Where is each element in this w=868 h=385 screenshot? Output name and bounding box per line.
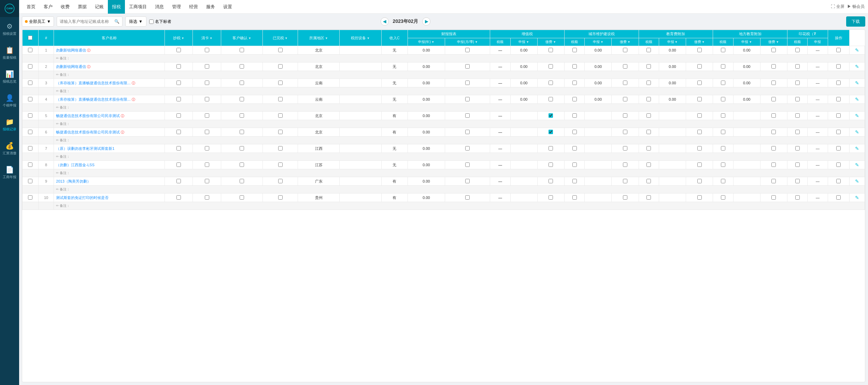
- jiaoyu-apply-checkbox[interactable]: [697, 130, 702, 134]
- edit-action-icon[interactable]: ✎: [855, 113, 859, 118]
- sidebar-item-baoshuishezhi[interactable]: ⚙ 报税设置: [0, 17, 19, 41]
- chengshi-apply-checkbox[interactable]: [623, 179, 627, 183]
- chaoshui-checkbox[interactable]: [176, 64, 181, 69]
- jiaoyu-pay-checkbox[interactable]: [721, 64, 725, 69]
- zengzhi-apply-checkbox[interactable]: [549, 179, 553, 183]
- zengzhi-apply-checkbox[interactable]: [549, 195, 553, 200]
- nav-home[interactable]: 首页: [23, 0, 40, 14]
- sidebar-item-geshuishenba[interactable]: 👤 个税申报: [0, 89, 19, 113]
- yinshua-apply-checkbox[interactable]: [836, 113, 841, 118]
- row-checkbox[interactable]: [28, 48, 32, 52]
- nav-shezhi[interactable]: 设置: [219, 0, 236, 14]
- chaoshui-checkbox[interactable]: [176, 130, 181, 134]
- qingka-checkbox[interactable]: [205, 113, 209, 118]
- zengzhi-pay-checkbox[interactable]: [572, 195, 577, 200]
- row-checkbox[interactable]: [28, 64, 32, 69]
- chaoshui-checkbox[interactable]: [176, 162, 181, 167]
- row-company-name[interactable]: （库存核算）直播畅捷通信息技术股份有限... ⓘ: [54, 95, 165, 104]
- edit-action-icon[interactable]: ✎: [855, 47, 859, 53]
- chengshi-apply-checkbox[interactable]: [623, 195, 627, 200]
- zengzhi-apply-checkbox[interactable]: [549, 97, 553, 101]
- zengzhi-pay-checkbox[interactable]: [572, 113, 577, 118]
- caibao-annual-checkbox[interactable]: [465, 162, 470, 167]
- confirm-checkbox[interactable]: [240, 146, 244, 151]
- row-company-name[interactable]: 畅捷通信息技术股份有限公司民非测试 ⓘ: [54, 128, 165, 137]
- select-all-checkbox[interactable]: [28, 35, 32, 40]
- member-btn[interactable]: ▶ 畅会员: [847, 4, 865, 10]
- jiaoyu-apply-checkbox[interactable]: [697, 64, 702, 69]
- row-checkbox[interactable]: [28, 81, 32, 85]
- zengzhi-apply-checkbox[interactable]: [549, 130, 553, 134]
- zengzhi-pay-checkbox[interactable]: [572, 97, 577, 101]
- filter-button[interactable]: 筛选 ▼: [125, 16, 146, 27]
- confirm-checkbox[interactable]: [240, 162, 244, 167]
- chaoshui-checkbox[interactable]: [176, 81, 181, 85]
- chengshi-pay-checkbox[interactable]: [646, 64, 651, 69]
- chengshi-apply-checkbox[interactable]: [623, 81, 627, 85]
- jiaoyu-pay-checkbox[interactable]: [721, 97, 725, 101]
- row-checkbox[interactable]: [28, 97, 32, 101]
- difang-pay-checkbox[interactable]: [795, 64, 800, 69]
- row-checkbox[interactable]: [28, 195, 32, 200]
- jiaoyu-apply-checkbox[interactable]: [697, 113, 702, 118]
- confirm-checkbox[interactable]: [240, 113, 244, 118]
- jiaoyu-pay-checkbox[interactable]: [721, 162, 725, 167]
- wanshui-checkbox[interactable]: [278, 64, 283, 69]
- chengshi-pay-checkbox[interactable]: [646, 146, 651, 151]
- yinshua-apply-checkbox[interactable]: [836, 130, 841, 134]
- confirm-checkbox[interactable]: [240, 97, 244, 101]
- qingka-checkbox[interactable]: [205, 97, 209, 101]
- nav-jingying[interactable]: 经营: [185, 0, 202, 14]
- chengshi-pay-checkbox[interactable]: [646, 195, 651, 200]
- chengshi-apply-checkbox[interactable]: [623, 48, 627, 52]
- chengshi-apply-checkbox[interactable]: [623, 113, 627, 118]
- edit-action-icon[interactable]: ✎: [855, 146, 859, 151]
- chengshi-pay-checkbox[interactable]: [646, 48, 651, 52]
- jiaoyu-apply-checkbox[interactable]: [697, 97, 702, 101]
- wanshui-checkbox[interactable]: [278, 130, 283, 134]
- pencil-icon[interactable]: ✏: [56, 204, 59, 208]
- row-checkbox[interactable]: [28, 113, 32, 118]
- edit-action-icon[interactable]: ✎: [855, 80, 859, 86]
- difang-pay-checkbox[interactable]: [795, 48, 800, 52]
- row-company-name[interactable]: （原）误删勿改李彬牙测试斯套新1: [54, 144, 165, 153]
- wanshui-checkbox[interactable]: [278, 179, 283, 183]
- yinshua-apply-checkbox[interactable]: [836, 81, 841, 85]
- caibao-annual-checkbox[interactable]: [465, 146, 470, 151]
- jiaoyu-pay-checkbox[interactable]: [721, 179, 725, 183]
- yinshua-apply-checkbox[interactable]: [836, 195, 841, 200]
- wanshui-checkbox[interactable]: [278, 162, 283, 167]
- row-company-name[interactable]: （库存核算）直播畅捷通信息技术股份有限... ⓘ: [54, 79, 165, 87]
- zengzhi-pay-checkbox[interactable]: [572, 162, 577, 167]
- nav-baoshui[interactable]: 报税: [108, 0, 125, 14]
- chaoshui-checkbox[interactable]: [176, 195, 181, 200]
- zengzhi-pay-checkbox[interactable]: [572, 146, 577, 151]
- zengzhi-apply-checkbox[interactable]: [549, 113, 553, 118]
- chengshi-pay-checkbox[interactable]: [646, 130, 651, 134]
- nav-gongshang[interactable]: 工商项目: [125, 0, 151, 14]
- pencil-icon[interactable]: ✏: [56, 122, 59, 126]
- chengshi-apply-checkbox[interactable]: [623, 162, 627, 167]
- jiaoyu-pay-checkbox[interactable]: [721, 195, 725, 200]
- pencil-icon[interactable]: ✏: [56, 187, 59, 191]
- sidebar-item-baoshuijilu[interactable]: 📁 报税记录: [0, 113, 19, 137]
- chaoshui-checkbox[interactable]: [176, 146, 181, 151]
- zengzhi-apply-checkbox[interactable]: [549, 81, 553, 85]
- qingka-checkbox[interactable]: [205, 195, 209, 200]
- row-checkbox[interactable]: [28, 146, 32, 151]
- difang-apply-checkbox[interactable]: [771, 97, 776, 101]
- chengshi-apply-checkbox[interactable]: [623, 146, 627, 151]
- difang-pay-checkbox[interactable]: [795, 179, 800, 183]
- jiaoyu-apply-checkbox[interactable]: [697, 162, 702, 167]
- qingka-checkbox[interactable]: [205, 179, 209, 183]
- chengshi-pay-checkbox[interactable]: [646, 179, 651, 183]
- row-company-name[interactable]: 2013（陶美芳勿删）: [54, 177, 165, 186]
- jiaoyu-apply-checkbox[interactable]: [697, 179, 702, 183]
- pencil-icon[interactable]: ✏: [56, 56, 59, 60]
- difang-pay-checkbox[interactable]: [795, 130, 800, 134]
- nav-shoufei[interactable]: 收费: [57, 0, 74, 14]
- confirm-checkbox[interactable]: [240, 179, 244, 183]
- chaoshui-checkbox[interactable]: [176, 97, 181, 101]
- zengzhi-pay-checkbox[interactable]: [572, 81, 577, 85]
- nav-customer[interactable]: 客户: [40, 0, 57, 14]
